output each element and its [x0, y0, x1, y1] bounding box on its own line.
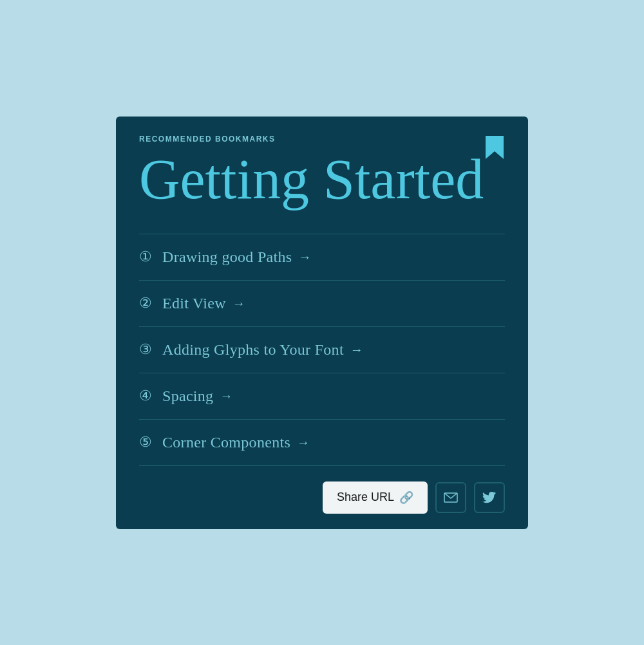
menu-item-5[interactable]: ⑤ Corner Components → [116, 420, 528, 465]
menu-item-3[interactable]: ③ Adding Glyphs to Your Font → [116, 327, 528, 373]
menu-item-4-arrow: → [220, 389, 232, 404]
main-title: Getting Started [139, 151, 505, 208]
email-button[interactable] [435, 482, 466, 513]
bookmark-icon[interactable] [484, 135, 505, 160]
footer: Share URL 🔗 [116, 466, 528, 529]
recommended-label: RECOMMENDED BOOKMARKS [139, 135, 505, 144]
share-url-label: Share URL [337, 491, 394, 504]
menu-item-1[interactable]: ① Drawing good Paths → [116, 234, 528, 280]
menu-item-2-arrow: → [232, 296, 245, 311]
menu-item-5-arrow: → [297, 435, 310, 450]
menu-item-4-label: Spacing [162, 388, 213, 405]
menu-item-3-label: Adding Glyphs to Your Font [162, 341, 344, 359]
share-url-button[interactable]: Share URL 🔗 [323, 481, 428, 514]
menu-item-1-number: ① [139, 248, 152, 265]
menu-item-2-number: ② [139, 295, 152, 312]
card-header: RECOMMENDED BOOKMARKS Getting Started [116, 117, 528, 234]
menu-item-5-label: Corner Components [162, 434, 290, 451]
email-icon [444, 492, 458, 503]
twitter-icon [482, 492, 497, 503]
twitter-button[interactable] [474, 482, 505, 513]
menu-item-2[interactable]: ② Edit View → [116, 281, 528, 326]
menu-item-4[interactable]: ④ Spacing → [116, 373, 528, 419]
menu-item-1-arrow: → [298, 250, 311, 265]
menu-item-4-number: ④ [139, 388, 152, 404]
menu-item-2-label: Edit View [162, 295, 226, 312]
menu-item-1-label: Drawing good Paths [162, 248, 292, 266]
bookmark-card: RECOMMENDED BOOKMARKS Getting Started ① … [116, 117, 528, 529]
link-icon: 🔗 [399, 491, 413, 505]
menu-item-3-arrow: → [350, 342, 363, 357]
menu-item-5-number: ⑤ [139, 434, 152, 451]
menu-item-3-number: ③ [139, 341, 152, 358]
